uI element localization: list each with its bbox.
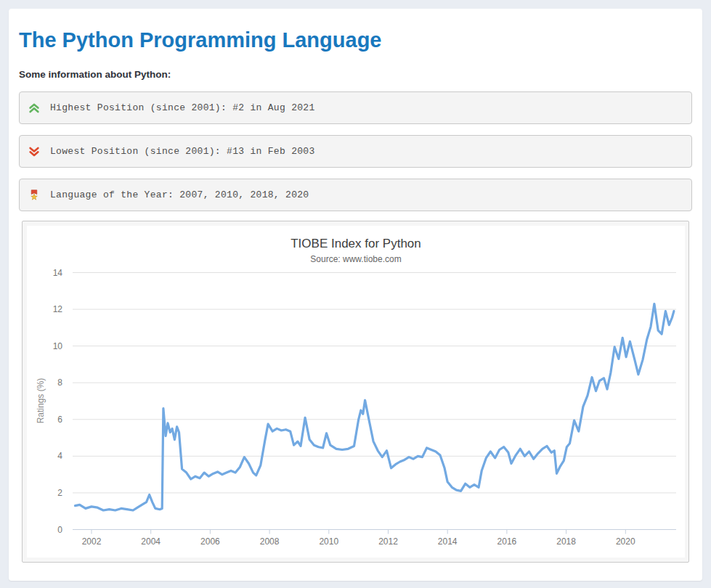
info-box-language-of-year: Language of the Year: 2007, 2010, 2018, … xyxy=(19,179,692,211)
svg-text:2006: 2006 xyxy=(200,536,220,547)
svg-text:2018: 2018 xyxy=(556,536,576,547)
svg-text:2016: 2016 xyxy=(497,536,517,547)
lowest-position-text: Lowest Position (since 2001): #13 in Feb… xyxy=(50,146,315,157)
svg-text:12: 12 xyxy=(53,304,63,314)
svg-text:Ratings (%): Ratings (%) xyxy=(36,378,46,424)
highest-position-text: Highest Position (since 2001): #2 in Aug… xyxy=(50,102,315,113)
chart-subtitle: Source: www.tiobe.com xyxy=(27,253,685,265)
intro-text: Some information about Python: xyxy=(19,68,692,81)
svg-text:0: 0 xyxy=(57,525,62,535)
chart-title: TIOBE Index for Python xyxy=(27,226,685,251)
svg-text:14: 14 xyxy=(53,268,63,278)
chart-plot-area[interactable]: 0246810121420022004200620082010201220142… xyxy=(27,265,685,558)
svg-text:6: 6 xyxy=(57,415,62,425)
svg-text:4: 4 xyxy=(57,451,62,461)
language-of-year-text: Language of the Year: 2007, 2010, 2018, … xyxy=(50,189,309,200)
main-card: The Python Programming Language Some inf… xyxy=(9,9,702,581)
tiobe-chart[interactable]: TIOBE Index for Python Source: www.tiobe… xyxy=(27,226,685,558)
medal-icon xyxy=(28,189,40,201)
svg-text:2020: 2020 xyxy=(616,536,635,547)
angles-up-icon xyxy=(28,102,40,114)
info-box-highest-position: Highest Position (since 2001): #2 in Aug… xyxy=(19,91,692,124)
svg-text:2010: 2010 xyxy=(319,536,338,547)
svg-text:2: 2 xyxy=(57,488,62,498)
chart-panel: TIOBE Index for Python Source: www.tiobe… xyxy=(22,221,689,563)
info-box-lowest-position: Lowest Position (since 2001): #13 in Feb… xyxy=(19,135,692,168)
svg-text:2014: 2014 xyxy=(438,536,458,547)
svg-text:10: 10 xyxy=(53,341,63,351)
angles-down-icon xyxy=(28,146,40,158)
svg-text:2004: 2004 xyxy=(141,536,161,547)
svg-text:2002: 2002 xyxy=(82,536,102,547)
svg-text:2008: 2008 xyxy=(260,536,280,547)
svg-text:8: 8 xyxy=(57,377,62,388)
page-title: The Python Programming Language xyxy=(19,28,692,52)
svg-text:2012: 2012 xyxy=(378,536,398,547)
